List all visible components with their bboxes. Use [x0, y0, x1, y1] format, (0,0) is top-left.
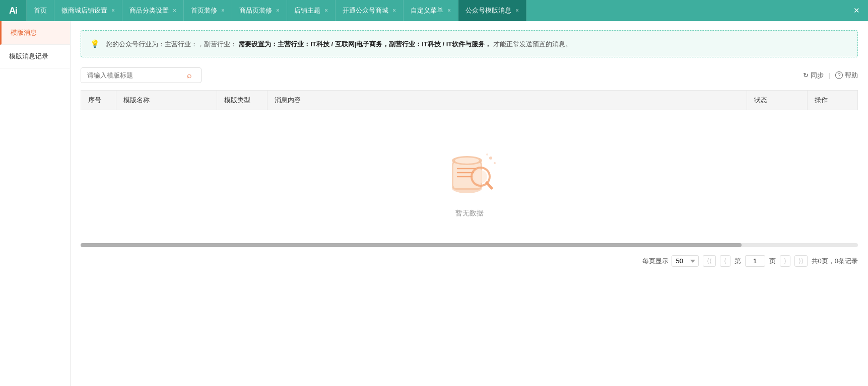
logo-tab[interactable]: Ai [0, 0, 27, 21]
close-all-tabs-button[interactable]: ✕ [845, 6, 868, 15]
search-actions: ↻ 同步 | ? 帮助 [803, 71, 858, 80]
actions-divider: | [829, 71, 830, 79]
search-icon: ⌕ [187, 71, 192, 80]
svg-point-13 [486, 153, 488, 156]
search-bar: ⌕ ↻ 同步 | ? 帮助 [81, 67, 858, 83]
nav-tab-shop-theme-label: 店铺主题 [294, 6, 320, 15]
sync-label: 同步 [811, 71, 824, 80]
nav-tab-open-mall-label: 开通公众号商城 [343, 6, 388, 15]
nav-tab-wshop-close[interactable]: × [111, 7, 115, 14]
notice-box: 💡 您的公众号行业为：主营行业：，副营行业： 需要设置为：主营行业：IT科技 /… [81, 30, 858, 57]
help-circle-icon: ? [835, 71, 843, 79]
nav-tab-open-mall[interactable]: 开通公众号商城 × [336, 0, 404, 21]
sidebar-item-template-msg-log-label: 模版消息记录 [9, 52, 48, 60]
empty-state-icon [439, 140, 500, 201]
nav-tab-home[interactable]: 首页 [27, 0, 54, 21]
notice-suffix: 才能正常发送预置的消息。 [493, 40, 572, 48]
empty-text: 暂无数据 [81, 209, 858, 218]
nav-tab-wshop-label: 微商城店铺设置 [61, 6, 107, 15]
nav-tab-template-msg[interactable]: 公众号模版消息 × [458, 0, 526, 21]
empty-row: 暂无数据 [81, 110, 858, 239]
nav-tab-category-label: 商品分类设置 [129, 6, 169, 15]
nav-tab-home-decor[interactable]: 首页装修 × [184, 0, 232, 21]
data-table: 序号 模版名称 模版类型 消息内容 状态 操作 [81, 90, 858, 238]
nav-tab-product-decor-label: 商品页装修 [239, 6, 272, 15]
nav-tab-custom-menu-close[interactable]: × [447, 7, 451, 14]
help-label: 帮助 [845, 71, 858, 80]
per-page-select[interactable]: 50 10 20 100 [672, 255, 699, 267]
col-content: 消息内容 [268, 91, 747, 110]
nav-tab-shop-theme[interactable]: 店铺主题 × [287, 0, 336, 21]
nav-tab-custom-menu[interactable]: 自定义菜单 × [404, 0, 458, 21]
nav-tab-category-close[interactable]: × [173, 7, 176, 14]
current-page-input[interactable] [745, 255, 765, 267]
sync-button[interactable]: ↻ 同步 [803, 71, 824, 80]
svg-point-12 [494, 162, 496, 164]
prev-page-button[interactable]: ⟨ [720, 255, 730, 267]
page-label: 第 [735, 257, 741, 266]
search-input[interactable] [81, 68, 182, 83]
nav-tab-wshop[interactable]: 微商城店铺设置 × [54, 0, 122, 21]
notice-prefix: 您的公众号行业为：主营行业：，副营行业： [106, 40, 237, 48]
svg-point-9 [474, 170, 487, 183]
nav-tab-open-mall-close[interactable]: × [392, 7, 396, 14]
logo-text: Ai [9, 6, 17, 16]
main-layout: 模版消息 模版消息记录 💡 您的公众号行业为：主营行业：，副营行业： 需要设置为… [0, 21, 868, 386]
search-input-wrap: ⌕ [81, 67, 202, 83]
nav-tab-custom-menu-label: 自定义菜单 [411, 6, 443, 15]
svg-point-11 [489, 157, 492, 160]
sidebar: 模版消息 模版消息记录 [0, 21, 71, 386]
nav-tab-product-decor[interactable]: 商品页装修 × [232, 0, 287, 21]
page-suffix: 页 [769, 257, 776, 266]
nav-tab-category[interactable]: 商品分类设置 × [122, 0, 184, 21]
col-name: 模版名称 [116, 91, 217, 110]
sidebar-item-template-msg-log[interactable]: 模版消息记录 [0, 45, 70, 68]
last-page-button[interactable]: ⟩⟩ [794, 255, 808, 267]
notice-bulb-icon: 💡 [90, 39, 100, 48]
top-navigation: Ai 首页 微商城店铺设置 × 商品分类设置 × 首页装修 × 商品页装修 × … [0, 0, 868, 21]
col-status: 状态 [747, 91, 808, 110]
nav-tab-shop-theme-close[interactable]: × [324, 7, 328, 14]
total-info: 共0页，0条记录 [812, 257, 858, 266]
nav-tab-product-decor-close[interactable]: × [276, 7, 280, 14]
svg-point-4 [455, 158, 479, 164]
search-button[interactable]: ⌕ [182, 71, 197, 80]
pagination: 每页显示 50 10 20 100 ⟨⟨ ⟨ 第 页 ⟩ ⟩⟩ 共0页，0条记录 [81, 255, 858, 267]
content-area: 💡 您的公众号行业为：主营行业：，副营行业： 需要设置为：主营行业：IT科技 /… [71, 21, 868, 386]
sidebar-item-template-msg[interactable]: 模版消息 [0, 21, 70, 45]
next-page-button[interactable]: ⟩ [780, 255, 790, 267]
help-button[interactable]: ? 帮助 [835, 71, 858, 80]
col-type: 模版类型 [217, 91, 268, 110]
nav-tab-template-msg-label: 公众号模版消息 [465, 6, 511, 15]
table-header-row: 序号 模版名称 模版类型 消息内容 状态 操作 [81, 91, 858, 110]
col-seq: 序号 [81, 91, 116, 110]
sidebar-item-template-msg-label: 模版消息 [11, 29, 37, 36]
nav-tab-home-decor-label: 首页装修 [191, 6, 217, 15]
empty-state: 暂无数据 [81, 110, 858, 238]
nav-tab-home-decor-close[interactable]: × [221, 7, 225, 14]
first-page-button[interactable]: ⟨⟨ [703, 255, 716, 267]
nav-tab-template-msg-close[interactable]: × [515, 7, 519, 14]
sync-icon: ↻ [803, 71, 809, 79]
svg-line-10 [487, 183, 492, 188]
horizontal-scrollbar[interactable] [81, 243, 858, 247]
col-action: 操作 [808, 91, 858, 110]
per-page-select-wrap: 每页显示 50 10 20 100 [642, 255, 699, 267]
nav-tab-home-label: 首页 [34, 6, 47, 15]
notice-highlight: 需要设置为：主营行业：IT科技 / 互联网|电子商务，副营行业：IT科技 / I… [238, 40, 491, 48]
per-page-label: 每页显示 [642, 257, 669, 266]
scrollbar-thumb[interactable] [81, 243, 742, 247]
